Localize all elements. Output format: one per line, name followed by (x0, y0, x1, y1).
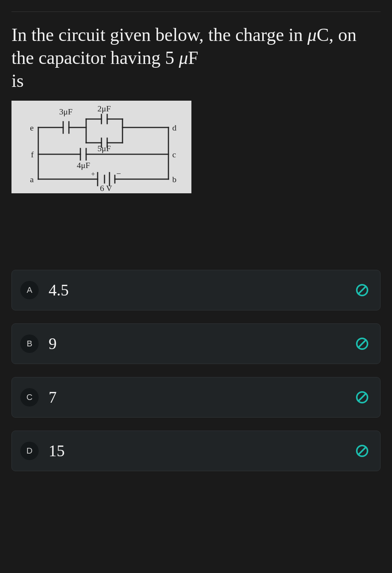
cap-4uf-label: 4μF (77, 160, 90, 170)
block-icon (356, 391, 369, 404)
svg-line-34 (359, 394, 366, 401)
option-text: 15 (49, 442, 65, 460)
block-icon (356, 337, 369, 350)
circuit-diagram: e f a d c b 3μF 2μF 5μF 4μF 6 V + − (11, 101, 191, 193)
node-a: a (30, 175, 34, 184)
option-letter: D (20, 442, 39, 460)
q-unit-1: C (317, 24, 329, 45)
svg-line-32 (359, 340, 366, 348)
node-d: d (172, 123, 176, 132)
svg-text:−: − (116, 169, 121, 178)
block-icon (356, 444, 369, 457)
svg-text:+: + (91, 170, 95, 178)
option-text: 9 (49, 335, 57, 353)
q-text-3: is (11, 70, 24, 91)
battery-voltage: 6 V (100, 183, 112, 193)
node-b: b (172, 175, 176, 184)
option-c[interactable]: C 7 (11, 377, 381, 418)
node-c: c (172, 150, 176, 159)
block-icon (356, 284, 369, 297)
option-text: 7 (49, 388, 57, 406)
cap-2uf-label: 2μF (97, 104, 111, 113)
svg-line-36 (359, 447, 366, 455)
option-letter: B (20, 335, 39, 353)
q-text-1: In the circuit given below, the charge i… (11, 24, 307, 45)
option-b[interactable]: B 9 (11, 323, 381, 364)
svg-line-30 (359, 287, 366, 294)
node-f: f (31, 150, 34, 159)
cap-3uf-label: 3μF (59, 107, 72, 116)
option-letter: C (20, 388, 39, 406)
q-mu-1: μ (307, 24, 317, 45)
node-e: e (30, 123, 34, 132)
options-list: A 4.5 B 9 C 7 (11, 270, 381, 471)
option-d[interactable]: D 15 (11, 431, 381, 471)
q-mu-2: μ (179, 47, 188, 68)
option-a[interactable]: A 4.5 (11, 270, 381, 310)
q-unit-2: F (188, 47, 198, 68)
option-letter: A (20, 281, 39, 299)
cap-5uf-label: 5μF (97, 144, 111, 153)
question-text: In the circuit given below, the charge i… (11, 23, 381, 92)
top-divider (11, 11, 381, 12)
option-text: 4.5 (49, 281, 69, 299)
